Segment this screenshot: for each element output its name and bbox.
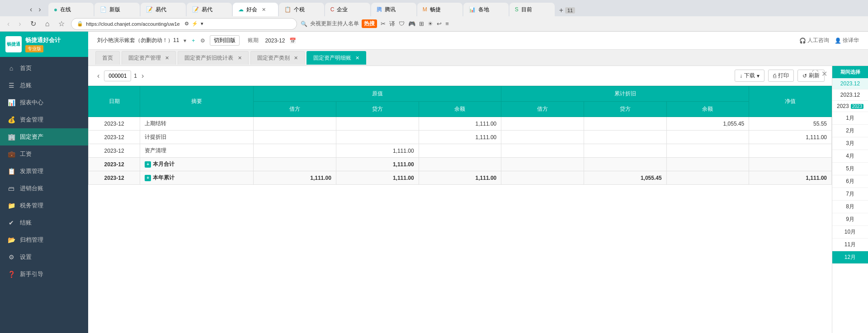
bookmark-nav-btn[interactable]: ☆	[56, 19, 67, 29]
archive-menu-icon: 📂	[7, 236, 15, 244]
tab-online[interactable]: ● 在线	[48, 3, 94, 16]
row5-orig-balance: 1,111.00	[419, 171, 501, 185]
row1-orig-balance: 1,111.00	[419, 117, 501, 131]
tab-enterprise[interactable]: C 企业	[325, 3, 370, 16]
tab-home[interactable]: 首页	[95, 51, 120, 65]
sidebar-item-home[interactable]: ⌂ 首页	[0, 60, 88, 77]
period-item-2[interactable]: 2月	[832, 125, 868, 137]
tab-gedi[interactable]: 📊 各地	[463, 3, 509, 16]
tab-new[interactable]: 📄 新版	[94, 3, 140, 16]
url-text: https://cloud.chanjet.com/accounting/uw1…	[86, 21, 179, 27]
tab-haokuai-close[interactable]: ✕	[262, 7, 266, 13]
period-item-12[interactable]: 12月	[832, 251, 868, 264]
tab-fixed-assets-manage-close[interactable]: ✕	[165, 55, 169, 61]
tab-haokuai[interactable]: ☁ 好会 ✕	[233, 3, 278, 16]
tab-fixed-assets-manage[interactable]: 固定资产管理 ✕	[122, 51, 176, 65]
menu-icon[interactable]: ≡	[445, 20, 449, 27]
row3-net-value	[749, 144, 832, 158]
period-item-4[interactable]: 4月	[832, 150, 868, 163]
sidebar-brand-sub: 专业版	[25, 45, 43, 52]
search-icon: 🔍	[301, 21, 307, 27]
forward-button[interactable]: ›	[36, 5, 43, 14]
add-account-btn[interactable]: +	[191, 37, 196, 45]
sidebar-brand-name: 畅捷通好会计	[25, 36, 61, 44]
expand-button[interactable]: ⛶	[812, 70, 818, 77]
sidebar-item-checkout[interactable]: ✔ 结账	[0, 214, 88, 231]
tab-tencent[interactable]: 腾 腾讯	[371, 3, 416, 16]
home-nav-btn[interactable]: ⌂	[42, 19, 52, 29]
history-icon[interactable]: ↩	[437, 20, 442, 27]
sidebar-item-fixed-assets[interactable]: 🏢 固定资产	[0, 128, 88, 145]
period-item-6[interactable]: 6月	[832, 175, 868, 188]
address-bar[interactable]: 🔒 https://cloud.chanjet.com/accounting/u…	[71, 18, 297, 30]
period-item-8[interactable]: 8月	[832, 201, 868, 213]
browser-toolbar-icons: ✂ 译 🛡 🎮 ⊞ ☀ ↩ ≡	[381, 20, 449, 28]
period-item-1[interactable]: 1月	[832, 112, 868, 125]
pagination-prev[interactable]: ‹	[95, 71, 101, 81]
forward-nav-btn[interactable]: ›	[16, 19, 24, 29]
game-icon[interactable]: 🎮	[408, 20, 415, 27]
row2-date: 2023-12	[89, 131, 140, 144]
refresh-nav-btn[interactable]: ↻	[28, 19, 39, 29]
refresh-button[interactable]: ↺ 刷新	[797, 70, 825, 82]
user-profile-btn[interactable]: 👤 徐译华	[835, 37, 859, 44]
print-button[interactable]: ⎙ 打印	[768, 70, 794, 82]
tab-fixed-assets-category-close[interactable]: ✕	[294, 55, 298, 61]
sidebar-item-invoice[interactable]: 📋 发票管理	[0, 163, 88, 180]
period-item-9[interactable]: 9月	[832, 213, 868, 226]
tab-fixed-assets-detail-close[interactable]: ✕	[355, 55, 359, 61]
period-item-7[interactable]: 7月	[832, 188, 868, 201]
grid-icon[interactable]: ⊞	[419, 20, 424, 27]
sun-icon[interactable]: ☀	[428, 20, 433, 27]
settings-header-btn[interactable]: ⚙	[200, 38, 205, 44]
scissors-icon[interactable]: ✂	[381, 20, 386, 27]
tab-geshui[interactable]: 📋 个税	[279, 3, 324, 16]
translate-icon[interactable]: 译	[389, 20, 395, 28]
sidebar-item-capital[interactable]: 💰 资金管理	[0, 111, 88, 128]
search-area[interactable]: 🔍 央视更新主持人名单 热搜	[301, 19, 377, 28]
settings-menu-icon: ⚙	[7, 253, 15, 261]
tab-depreciation-stats-close[interactable]: ✕	[238, 55, 242, 61]
user-dropdown-icon[interactable]: ▾	[184, 38, 186, 44]
row2-summary: 计提折旧	[140, 131, 254, 144]
new-tab-button[interactable]: +	[559, 6, 563, 14]
period-item-11[interactable]: 11月	[832, 239, 868, 251]
tab-yidai1[interactable]: 📝 易代	[141, 3, 186, 16]
sidebar-item-settings[interactable]: ⚙ 设置	[0, 249, 88, 266]
calendar-icon[interactable]: 📅	[289, 38, 296, 44]
sidebar-item-reports[interactable]: 📊 报表中心	[0, 94, 88, 111]
sidebar-item-reports-label: 报表中心	[20, 98, 43, 107]
modal-close-button[interactable]: ✕	[821, 70, 827, 78]
tab-mujin-label: 目前	[521, 6, 532, 14]
support-btn[interactable]: 🎧 人工咨询	[799, 37, 829, 44]
tab-depreciation-stats[interactable]: 固定资产折旧统计表 ✕	[178, 51, 248, 65]
sidebar-item-ledger[interactable]: ☰ 总账	[0, 77, 88, 94]
tab-yidai2[interactable]: 📝 易代	[187, 3, 232, 16]
shield-icon[interactable]: 🛡	[399, 20, 405, 27]
row2-net-value: 1,111.00	[749, 131, 832, 144]
tab-mujin[interactable]: S 目前	[509, 3, 555, 16]
tab-changjie-label: 畅捷	[430, 6, 441, 14]
period-item-2023[interactable]: 2023 2023	[832, 101, 868, 112]
pagination-next[interactable]: ›	[140, 71, 146, 81]
switch-version-btn[interactable]: 切到旧版	[210, 35, 240, 46]
back-nav-btn[interactable]: ‹	[5, 19, 12, 29]
period-item-2023-12-top[interactable]: 2023.12	[832, 78, 868, 89]
download-button[interactable]: ↓ 下载 ▾	[735, 70, 764, 82]
period-item-5[interactable]: 5月	[832, 163, 868, 175]
sidebar-item-salary[interactable]: 💼 工资	[0, 145, 88, 163]
tab-fixed-assets-category[interactable]: 固定资产类别 ✕	[250, 51, 305, 65]
sidebar-item-archive[interactable]: 📂 归档管理	[0, 231, 88, 249]
print-label: 打印	[778, 72, 789, 80]
period-item-2023-12-second[interactable]: 2023.12	[832, 89, 868, 101]
sidebar-item-tax[interactable]: 📁 税务管理	[0, 197, 88, 214]
period-panel: 期间选择 2023.12 2023.12 2023 2023 1月 2月 3月 …	[832, 66, 868, 333]
period-item-10[interactable]: 10月	[832, 226, 868, 239]
sidebar-item-purchase[interactable]: 🗃 进销台账	[0, 180, 88, 197]
pagination-input[interactable]	[104, 70, 131, 81]
period-item-3[interactable]: 3月	[832, 137, 868, 150]
tab-changjie[interactable]: M 畅捷	[417, 3, 462, 16]
tab-fixed-assets-detail[interactable]: 固定资产明细账 ✕	[307, 51, 366, 65]
sidebar-item-guide[interactable]: ❓ 新手引导	[0, 266, 88, 283]
back-button[interactable]: ‹	[27, 5, 35, 14]
